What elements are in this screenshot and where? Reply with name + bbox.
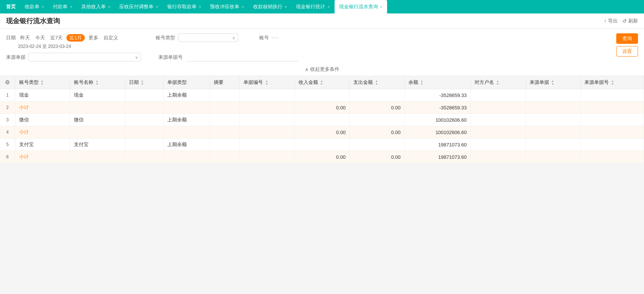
nav-item-bank-deposit[interactable]: 银行存取款单 × [163,0,206,13]
cell-idx: 4 [0,126,15,139]
cell-source-doc [525,114,581,126]
income-sort[interactable]: ▲▼ [320,80,323,86]
account-name-sort[interactable]: ▲▼ [96,80,99,86]
nav-receipt-close[interactable]: × [42,0,44,13]
source-doc-no-sort[interactable]: ▲▼ [611,80,614,86]
nav-item-bank-flow[interactable]: 现金银行流水查询 × [335,0,387,13]
counterpart-sort[interactable]: ▲▼ [496,80,499,86]
cell-account-name: 微信 [70,114,125,126]
cell-summary [210,139,240,151]
cell-expense: 0.00 [350,101,405,114]
cell-counterpart [471,126,526,139]
cell-account-type: 小计 [15,101,70,114]
source-doc-no-label: 来源单据号 [158,54,183,61]
cell-counterpart [471,89,526,101]
cell-date [125,126,164,139]
nav-item-bank-stats[interactable]: 现金银行统计 × [291,0,334,13]
cell-expense [350,139,405,151]
table-container: ⚙ 账号类型 ▲▼ 账号名称 ▲▼ 日期 ▲▼ 单据类型 摘 [0,76,644,163]
top-nav: 首页 收款单 × 付款单 × 其他收入单 × 应收应付调整单 × 银行存取款单 … [0,0,644,13]
nav-item-writeoff[interactable]: 收款核销执行 × [249,0,291,13]
nav-bank-stats-close[interactable]: × [327,0,330,13]
cell-balance: -3528659.33 [404,101,470,114]
date-opt-1month[interactable]: 近1月 [66,34,85,42]
account-type-select[interactable] [178,33,238,42]
settings-button[interactable]: 设置 [616,46,638,57]
action-buttons: 查询 设置 [616,33,638,57]
cell-income: 0.00 [294,101,350,114]
date-opt-today[interactable]: 今天 [34,34,47,42]
cell-date [125,151,164,163]
refresh-button[interactable]: ↺ 刷新 [622,18,638,24]
collapse-button[interactable]: ∧ 收起更多条件 [305,66,339,73]
export-button[interactable]: ↑ 导出 [604,18,618,24]
col-source-doc-no: 来源单据号 ▲▼ [581,76,644,89]
col-account-type-label: 账号类型 [19,79,39,85]
nav-bank-deposit-close[interactable]: × [199,0,201,13]
cell-doc-type: 上期余额 [164,139,210,151]
balance-sort[interactable]: ▲▼ [420,80,423,86]
cell-income [294,139,350,151]
cell-source-doc [525,101,581,114]
date-opt-yesterday[interactable]: 昨天 [19,34,32,42]
cell-doc-type [164,101,210,114]
nav-item-prepaid[interactable]: 预收冲应收单 × [206,0,248,13]
nav-bank-stats-label: 现金银行统计 [296,0,325,13]
date-sort[interactable]: ▲▼ [141,80,144,86]
nav-item-ar-ap-adjust[interactable]: 应收应付调整单 × [115,0,162,13]
source-doc-sort[interactable]: ▲▼ [551,80,554,86]
nav-receipt-label: 收款单 [25,0,39,13]
cell-counterpart [471,139,526,151]
date-options: 昨天 今天 近7天 近1月 更多 自定义 [19,34,120,42]
nav-bank-flow-close[interactable]: × [380,0,383,13]
query-button[interactable]: 查询 [616,33,638,44]
nav-ar-ap-close[interactable]: × [156,0,158,13]
account-type-sort[interactable]: ▲▼ [41,80,44,86]
table-gear-icon[interactable]: ⚙ [5,79,10,86]
cell-doc-no [240,126,295,139]
cell-counterpart [471,114,526,126]
col-doc-type: 单据类型 [164,76,210,89]
source-doc-no-input[interactable] [186,53,298,61]
cell-account-type: 小计 [15,126,70,139]
cell-account-type: 支付宝 [15,139,70,151]
date-opt-custom[interactable]: 自定义 [102,34,120,42]
cell-expense [350,114,405,126]
date-opt-7days[interactable]: 近7天 [49,34,64,42]
nav-prepaid-close[interactable]: × [242,0,244,13]
cell-source-doc-no [581,114,644,126]
date-opt-more[interactable]: 更多 [87,34,100,42]
nav-ar-ap-adjust-label: 应收应付调整单 [119,0,153,13]
nav-item-receipt[interactable]: 收款单 × [20,0,48,13]
data-table: ⚙ 账号类型 ▲▼ 账号名称 ▲▼ 日期 ▲▼ 单据类型 摘 [0,76,644,163]
nav-payment-close[interactable]: × [70,0,72,13]
col-doc-no-label: 单据编号 [243,79,263,85]
nav-other-income-close[interactable]: × [108,0,110,13]
nav-item-home[interactable]: 首页 [2,0,20,13]
col-account-name: 账号名称 ▲▼ [70,76,125,89]
source-doc-select[interactable] [29,53,141,61]
source-doc-select-wrapper[interactable] [29,53,141,61]
table-body: 1现金现金上期余额-3528659.332小计0.000.00-3528659.… [0,89,644,163]
nav-item-other-income[interactable]: 其他收入单 × [77,0,115,13]
nav-item-payment[interactable]: 付款单 × [48,0,77,13]
nav-writeoff-close[interactable]: × [285,0,287,13]
cell-account-type: 小计 [15,151,70,163]
cell-date [125,89,164,101]
date-filter-label: 日期 [6,34,16,41]
cell-date [125,101,164,114]
source-doc-filter-group: 来源单据 [6,53,141,61]
cell-source-doc [525,151,581,163]
filter-area: 日期 昨天 今天 近7天 近1月 更多 自定义 账号类型 [0,29,644,76]
date-range-display: 2023-02-24 至 2023-03-24 [18,44,71,49]
cell-source-doc-no [581,89,644,101]
account-ellipsis-btn[interactable]: ··· [272,34,279,41]
doc-no-sort[interactable]: ▲▼ [265,80,268,86]
cell-doc-type: 上期余额 [164,89,210,101]
cell-expense: 0.00 [350,126,405,139]
expense-sort[interactable]: ▲▼ [375,80,378,86]
col-gear[interactable]: ⚙ [0,76,15,89]
filter-row-2: 来源单据 来源单据号 [6,53,613,61]
cell-balance: 19871073.60 [404,151,470,163]
account-type-select-wrapper[interactable] [178,33,238,42]
